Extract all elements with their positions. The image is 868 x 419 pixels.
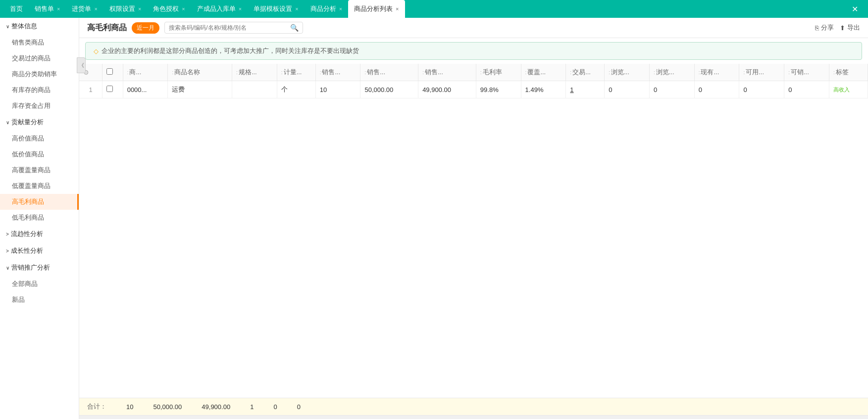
column-header-9[interactable]: :毛利率	[476, 64, 521, 81]
nav-item-进货单[interactable]: 进货单×	[66, 0, 103, 18]
nav-close-icon[interactable]: ×	[239, 6, 242, 12]
notice-text: 企业的主要的利润都是这部分商品创造的，可考虑加大推广，同时关注库存是不要出现缺货	[102, 47, 359, 55]
search-input[interactable]	[169, 24, 290, 31]
column-header-17[interactable]: :标签	[829, 64, 868, 81]
sidebar-item-商品分类助销率[interactable]: 商品分类助销率	[0, 66, 79, 82]
nav-close-icon[interactable]: ×	[94, 6, 97, 12]
column-header-13[interactable]: :浏览...	[649, 64, 694, 81]
nav-close-icon[interactable]: ×	[295, 6, 298, 12]
nav-item-商品分析列表[interactable]: 商品分析列表×	[348, 0, 405, 18]
column-label: 商品名称	[174, 68, 200, 76]
sidebar-item-全部商品[interactable]: 全部商品	[0, 276, 79, 292]
arrow-icon: ∨	[6, 24, 9, 29]
column-header-3[interactable]: :商品名称	[168, 64, 232, 81]
table-cell-8: 49,900.00	[418, 81, 476, 98]
nav-item-权限设置[interactable]: 权限设置×	[103, 0, 147, 18]
column-label: 销售...	[425, 68, 443, 76]
table-row: 10000...运费个1050,000.0049,900.0099.8%1.49…	[79, 81, 868, 98]
export-label: 导出	[847, 23, 860, 32]
footer-saleable: 0	[297, 403, 301, 411]
sort-icon: :	[480, 70, 482, 75]
nav-close-icon[interactable]: ×	[396, 6, 399, 12]
window-close-button[interactable]: ✕	[846, 4, 864, 14]
sidebar-section-整体信息[interactable]: ∨整体信息	[0, 18, 79, 35]
table-cell-11: 1	[566, 81, 605, 98]
sidebar-section-营销推广分析[interactable]: ∨营销推广分析	[0, 259, 79, 276]
sidebar-section-贡献量分析[interactable]: ∨贡献量分析	[0, 114, 79, 131]
sidebar-section-成长性分析[interactable]: >成长性分析	[0, 242, 79, 259]
nav-close-icon[interactable]: ×	[138, 6, 141, 12]
sidebar-collapse-button[interactable]: 《	[77, 57, 86, 73]
table-cell-0: 1	[79, 81, 102, 98]
sort-icon: :	[833, 70, 835, 75]
nav-close-icon[interactable]: ×	[57, 6, 60, 12]
nav-close-icon[interactable]: ×	[339, 6, 342, 12]
sidebar-item-新品[interactable]: 新品	[0, 292, 79, 308]
sort-icon: :	[743, 70, 745, 75]
sidebar-item-交易过的商品[interactable]: 交易过的商品	[0, 50, 79, 66]
sidebar-section-label: 成长性分析	[11, 246, 43, 255]
page-title: 高毛利商品	[87, 23, 127, 33]
sidebar-item-高价值商品[interactable]: 高价值商品	[0, 131, 79, 146]
column-header-4[interactable]: :规格...	[232, 64, 277, 81]
column-header-1[interactable]	[102, 64, 123, 81]
sidebar-item-低价值商品[interactable]: 低价值商品	[0, 146, 79, 162]
footer-bar: 合计： 10 50,000.00 49,900.00 1 0 0	[79, 398, 868, 415]
column-label: 现有...	[701, 68, 719, 76]
column-header-2[interactable]: :商...	[123, 64, 168, 81]
top-navigation: 首页销售单×进货单×权限设置×角色授权×产成品入库单×单据模板设置×商品分析×商…	[0, 0, 868, 18]
column-label: 规格...	[239, 68, 257, 76]
table-container: ⚙:商...:商品名称:规格...:计量...:销售...:销售...:销售..…	[79, 64, 868, 398]
nav-item-销售单[interactable]: 销售单×	[29, 0, 66, 18]
column-label: 覆盖...	[527, 68, 546, 76]
bottom-scrollbar[interactable]	[79, 415, 868, 419]
sidebar-item-高毛利商品[interactable]: 高毛利商品	[0, 194, 79, 210]
select-all-checkbox[interactable]	[106, 68, 113, 75]
column-header-16[interactable]: :可销...	[784, 64, 829, 81]
table-cell-12: 0	[605, 81, 650, 98]
nav-item-商品分析[interactable]: 商品分析×	[305, 0, 348, 18]
column-header-5[interactable]: :计量...	[277, 64, 315, 81]
search-box: 🔍	[164, 22, 303, 34]
link-cell[interactable]: 1	[570, 86, 573, 93]
column-header-14[interactable]: :现有...	[694, 64, 739, 81]
footer-label: 合计：	[87, 402, 106, 411]
column-header-7[interactable]: :销售...	[360, 64, 418, 81]
sort-icon: :	[788, 70, 790, 75]
sidebar-item-销售类商品[interactable]: 销售类商品	[0, 35, 79, 50]
table-cell-2: 0000...	[123, 81, 168, 98]
arrow-icon: >	[6, 248, 9, 254]
sidebar-item-低覆盖量商品[interactable]: 低覆盖量商品	[0, 178, 79, 194]
arrow-icon: >	[6, 232, 9, 237]
table-cell-5: 个	[277, 81, 315, 98]
main-layout: ∨整体信息销售类商品交易过的商品商品分类助销率有库存的商品库存资金占用∨贡献量分…	[0, 18, 868, 419]
column-header-8[interactable]: :销售...	[418, 64, 476, 81]
export-button[interactable]: ⬆ 导出	[840, 23, 860, 32]
sidebar-item-高覆盖量商品[interactable]: 高覆盖量商品	[0, 162, 79, 178]
nav-item-产成品入库单[interactable]: 产成品入库单×	[191, 0, 248, 18]
column-header-10[interactable]: :覆盖...	[521, 64, 566, 81]
export-icon: ⬆	[840, 24, 845, 32]
sidebar-section-label: 贡献量分析	[11, 118, 44, 127]
column-header-12[interactable]: :浏览...	[605, 64, 650, 81]
notice-bar: ◇ 企业的主要的利润都是这部分商品创造的，可考虑加大推广，同时关注库存是不要出现…	[85, 42, 862, 60]
sort-icon: :	[570, 70, 571, 75]
column-label: 交易...	[572, 68, 591, 76]
filter-recent-month-button[interactable]: 近一月	[132, 22, 159, 34]
column-header-11[interactable]: :交易...	[566, 64, 605, 81]
row-checkbox[interactable]	[106, 86, 113, 92]
nav-item-首页[interactable]: 首页	[4, 0, 29, 18]
sidebar-item-有库存的商品[interactable]: 有库存的商品	[0, 82, 79, 98]
tag-badge: 高收入	[833, 87, 850, 93]
nav-item-角色授权[interactable]: 角色授权×	[147, 0, 191, 18]
sidebar-item-低毛利商品[interactable]: 低毛利商品	[0, 210, 79, 226]
column-header-6[interactable]: :销售...	[315, 64, 360, 81]
search-icon[interactable]: 🔍	[290, 24, 299, 32]
nav-close-icon[interactable]: ×	[182, 6, 185, 12]
sidebar-section-流趋性分析[interactable]: >流趋性分析	[0, 226, 79, 242]
share-button[interactable]: ⎘ 分享	[815, 23, 834, 32]
sidebar-item-库存资金占用[interactable]: 库存资金占用	[0, 98, 79, 114]
nav-item-单据模板设置[interactable]: 单据模板设置×	[248, 0, 304, 18]
table-cell-4	[232, 81, 277, 98]
column-header-15[interactable]: :可用...	[739, 64, 784, 81]
